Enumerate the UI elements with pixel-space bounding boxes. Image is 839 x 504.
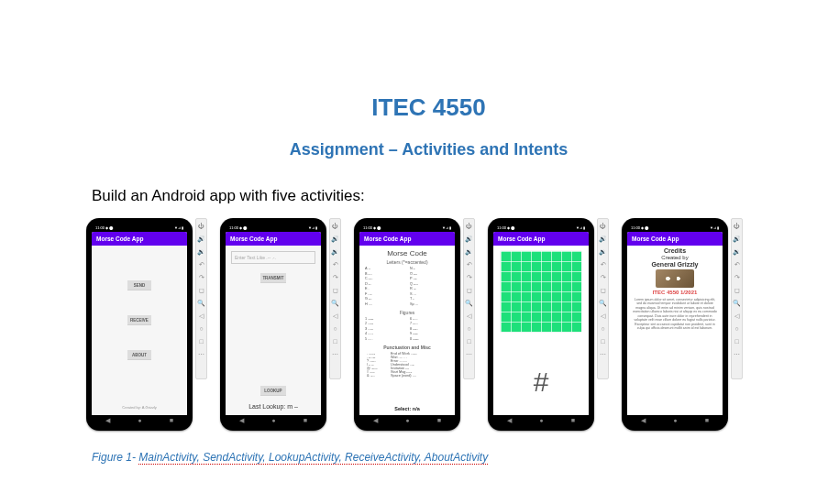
letter-cell[interactable]: B -...	[365, 272, 404, 276]
volume-down-icon[interactable]: 🔉	[465, 248, 473, 255]
figure-cell[interactable]: 4 ....-	[365, 332, 404, 335]
volume-up-icon[interactable]: 🔊	[465, 236, 473, 242]
nav-recent-icon[interactable]: ■	[705, 417, 709, 423]
rotate-right-icon[interactable]: ↷	[467, 274, 472, 280]
home-btn-icon[interactable]: ○	[199, 325, 203, 332]
rotate-right-icon[interactable]: ↷	[199, 274, 204, 280]
back-btn-icon[interactable]: ◁	[333, 312, 337, 319]
letter-cell[interactable]: Q --.-	[410, 282, 449, 286]
figure-cell[interactable]: 0 -----	[410, 337, 449, 341]
lookup-button[interactable]: LOOKUP	[260, 386, 286, 395]
volume-up-icon[interactable]: 🔊	[331, 236, 339, 242]
nav-recent-icon[interactable]: ■	[170, 417, 173, 423]
rotate-right-icon[interactable]: ↷	[601, 274, 606, 280]
punct-row[interactable]: & .-...Space (word) ....	[367, 374, 447, 378]
letter-cell[interactable]: D -..	[365, 282, 404, 286]
letter-cell[interactable]: T -	[410, 297, 449, 301]
recent-btn-icon[interactable]: □	[467, 338, 470, 345]
morse-input[interactable]: Enter Text Like .-- .-.	[231, 251, 315, 264]
figure-cell[interactable]: 1 .----	[365, 317, 404, 321]
zoom-icon[interactable]: 🔍	[733, 300, 741, 306]
transmit-button[interactable]: TRANSMIT	[260, 273, 286, 282]
letter-cell[interactable]: O ---	[410, 272, 449, 276]
camera-icon[interactable]: ◻	[734, 287, 740, 293]
recent-btn-icon[interactable]: □	[734, 338, 738, 345]
zoom-icon[interactable]: 🔍	[599, 300, 607, 306]
about-button[interactable]: ABOUT	[127, 350, 151, 359]
volume-up-icon[interactable]: 🔊	[599, 236, 607, 242]
zoom-icon[interactable]: 🔍	[197, 300, 205, 306]
rotate-right-icon[interactable]: ↷	[734, 274, 740, 280]
camera-icon[interactable]: ◻	[199, 287, 204, 293]
volume-down-icon[interactable]: 🔉	[331, 248, 339, 255]
figure-cell[interactable]: 2 ..---	[365, 322, 404, 325]
more-icon[interactable]: ⋯	[466, 351, 472, 357]
letter-cell[interactable]: E .	[365, 287, 404, 290]
back-btn-icon[interactable]: ◁	[601, 312, 605, 319]
more-icon[interactable]: ⋯	[734, 351, 740, 357]
figure-cell[interactable]: 5 .....	[365, 337, 404, 341]
home-btn-icon[interactable]: ○	[601, 325, 604, 332]
rotate-right-icon[interactable]: ↷	[333, 274, 338, 280]
back-btn-icon[interactable]: ◁	[199, 312, 204, 319]
nav-home-icon[interactable]: ●	[539, 417, 543, 423]
camera-icon[interactable]: ◻	[333, 287, 338, 293]
figure-cell[interactable]: 9 ----.	[410, 332, 449, 335]
rotate-left-icon[interactable]: ↶	[333, 261, 338, 268]
letter-cell[interactable]: Sp ...	[410, 302, 449, 306]
camera-icon[interactable]: ◻	[467, 287, 472, 293]
more-icon[interactable]: ⋯	[600, 351, 606, 357]
figure-cell[interactable]: 8 ---..	[410, 327, 449, 331]
nav-home-icon[interactable]: ●	[138, 417, 141, 423]
volume-down-icon[interactable]: 🔉	[197, 248, 205, 255]
nav-back-icon[interactable]: ◀	[105, 417, 110, 424]
nav-recent-icon[interactable]: ■	[304, 417, 307, 423]
recent-btn-icon[interactable]: □	[601, 338, 604, 345]
letter-cell[interactable]: N -.	[410, 267, 449, 270]
power-icon[interactable]: ⏻	[734, 223, 740, 229]
home-btn-icon[interactable]: ○	[734, 325, 738, 332]
rotate-left-icon[interactable]: ↶	[601, 261, 606, 268]
letter-cell[interactable]: H ....	[365, 302, 404, 306]
letter-cell[interactable]: P .--.	[410, 277, 449, 280]
power-icon[interactable]: ⏻	[466, 223, 472, 229]
nav-back-icon[interactable]: ◀	[641, 417, 646, 424]
more-icon[interactable]: ⋯	[198, 351, 204, 357]
figure-cell[interactable]: 6 -....	[410, 317, 449, 321]
figure-cell[interactable]: 3 ...--	[365, 327, 404, 331]
figure-cell[interactable]: 7 --...	[410, 322, 449, 325]
power-icon[interactable]: ⏻	[600, 223, 606, 229]
rotate-left-icon[interactable]: ↶	[734, 261, 740, 268]
letter-cell[interactable]: A .-	[365, 267, 404, 270]
receive-grid[interactable]	[501, 251, 581, 332]
camera-icon[interactable]: ◻	[601, 287, 606, 293]
send-button[interactable]: SEND	[127, 280, 151, 290]
nav-back-icon[interactable]: ◀	[239, 417, 244, 424]
nav-back-icon[interactable]: ◀	[507, 417, 512, 424]
volume-down-icon[interactable]: 🔉	[733, 248, 741, 255]
nav-back-icon[interactable]: ◀	[373, 417, 378, 424]
recent-btn-icon[interactable]: □	[333, 338, 337, 345]
power-icon[interactable]: ⏻	[332, 223, 338, 229]
rotate-left-icon[interactable]: ↶	[467, 261, 472, 268]
nav-recent-icon[interactable]: ■	[437, 417, 441, 423]
more-icon[interactable]: ⋯	[332, 351, 338, 357]
back-btn-icon[interactable]: ◁	[734, 312, 739, 319]
nav-home-icon[interactable]: ●	[673, 417, 677, 423]
rotate-left-icon[interactable]: ↶	[199, 261, 204, 268]
power-icon[interactable]: ⏻	[198, 223, 204, 229]
letter-cell[interactable]: G --.	[365, 297, 404, 301]
back-btn-icon[interactable]: ◁	[467, 312, 471, 319]
recent-btn-icon[interactable]: □	[199, 338, 203, 345]
nav-recent-icon[interactable]: ■	[571, 417, 575, 423]
nav-home-icon[interactable]: ●	[405, 417, 409, 423]
home-btn-icon[interactable]: ○	[333, 325, 337, 332]
letter-cell[interactable]: F ..-.	[365, 292, 404, 296]
zoom-icon[interactable]: 🔍	[331, 300, 339, 306]
letter-cell[interactable]: C -.-.	[365, 277, 404, 280]
receive-button[interactable]: RECEIVE	[127, 315, 151, 324]
volume-down-icon[interactable]: 🔉	[599, 248, 607, 255]
volume-up-icon[interactable]: 🔊	[197, 236, 205, 242]
zoom-icon[interactable]: 🔍	[465, 300, 473, 306]
letter-cell[interactable]: R .-.	[410, 287, 449, 290]
